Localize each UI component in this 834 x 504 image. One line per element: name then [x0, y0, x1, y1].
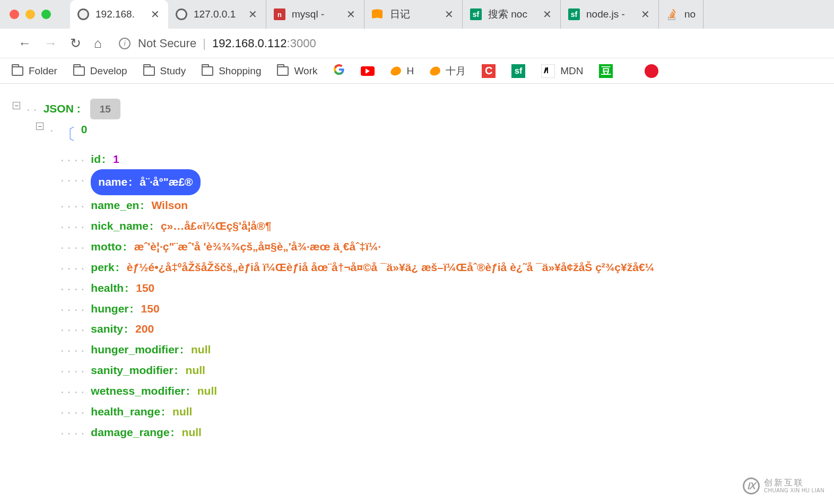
tab-label: 搜索 noc: [488, 7, 538, 21]
json-field-row[interactable]: ....hunger :150: [59, 299, 834, 319]
bookmark-label: H: [406, 65, 414, 77]
folder-icon: [277, 66, 289, 76]
bookmark-item[interactable]: H: [390, 65, 414, 77]
json-field-row[interactable]: ....hunger_modifier :null: [59, 340, 834, 360]
window-minimize-button[interactable]: [25, 10, 35, 19]
json-value: null: [182, 422, 202, 443]
browser-chrome: 192.168.✕127.0.0.1✕nmysql - ✕日记✕sf搜索 noc…: [0, 0, 834, 84]
json-key: id: [91, 149, 101, 170]
blob-icon: [390, 65, 402, 76]
tab-close-button[interactable]: ✕: [150, 8, 161, 21]
bookmark-item[interactable]: sf: [511, 64, 525, 78]
address-bar[interactable]: i Not Secure | 192.168.0.112:3000: [119, 33, 822, 54]
bookmark-item[interactable]: Shopping: [202, 65, 261, 77]
tab-label: no: [684, 8, 696, 20]
json-key: nick_name: [91, 216, 149, 237]
tab-close-button[interactable]: ✕: [444, 8, 455, 21]
selected-field: name :å¨·å°"æ£®: [91, 169, 200, 195]
home-button[interactable]: ⌂: [88, 36, 108, 51]
tab[interactable]: nmysql - ✕: [266, 0, 364, 29]
json-field-row[interactable]: ....id :1: [59, 149, 834, 170]
site-info-icon[interactable]: i: [119, 38, 131, 49]
folder-icon: [73, 66, 85, 76]
json-array-open[interactable]: − . 〔 0: [36, 119, 834, 149]
json-field-row[interactable]: ....wetness_modifier :null: [59, 381, 834, 402]
json-key: name: [98, 172, 127, 193]
json-value: å¨·å°"æ£®: [140, 172, 193, 193]
npm-icon: n: [274, 8, 285, 20]
bookmark-item[interactable]: Folder: [12, 65, 57, 77]
segmentfault-icon: sf: [470, 8, 482, 20]
blob-icon: [429, 65, 441, 76]
bookmark-item[interactable]: MDN: [541, 64, 583, 78]
tab-bar: 192.168.✕127.0.0.1✕nmysql - ✕日记✕sf搜索 noc…: [0, 0, 834, 29]
tab[interactable]: sf搜索 noc✕: [463, 0, 561, 29]
collapse-icon[interactable]: −: [36, 123, 44, 130]
tab[interactable]: sfnode.js -✕: [561, 0, 659, 29]
bookmark-item[interactable]: [361, 66, 375, 76]
bookmark-label: Develop: [90, 65, 127, 77]
bookmark-item[interactable]: [333, 64, 345, 78]
json-key: hunger_modifier: [91, 340, 179, 360]
tab-label: node.js -: [586, 8, 637, 20]
youtube-icon: [361, 66, 375, 76]
folder-icon: [12, 66, 23, 76]
json-field-row[interactable]: ....perk :èƒ½é•¿å‡ºåŽšåŽščš„èƒiå ï¼Œèƒiå…: [59, 257, 834, 278]
tab[interactable]: 192.168.✕: [70, 0, 168, 29]
bookmark-label: Work: [294, 65, 317, 77]
json-field-row[interactable]: ....name :å¨·å°"æ£®: [59, 169, 834, 195]
bookmark-item[interactable]: Study: [143, 65, 186, 77]
json-value: null: [197, 381, 217, 402]
stackoverflow-icon: [666, 8, 678, 20]
json-value: null: [172, 402, 192, 422]
json-field-row[interactable]: ....sanity :200: [59, 319, 834, 340]
json-field-row[interactable]: ....health_range :null: [59, 402, 834, 422]
window-zoom-button[interactable]: [41, 10, 51, 19]
folder-icon: [143, 66, 155, 76]
globe-icon: [77, 8, 89, 20]
json-field-row[interactable]: ....name_en :Wilson: [59, 195, 834, 216]
json-key: name_en: [91, 195, 139, 216]
json-field-row[interactable]: ....sanity_modifier :null: [59, 360, 834, 381]
tab-close-button[interactable]: ✕: [542, 8, 553, 21]
tab[interactable]: 127.0.0.1✕: [168, 0, 266, 29]
forward-button[interactable]: →: [38, 36, 64, 51]
json-field-row[interactable]: ....motto :æˆ'è¦·ç"¨æˆ'å 'è¾¾¾çš„å¤§è„'å…: [59, 237, 834, 257]
json-key: motto: [91, 237, 121, 257]
bookmark-item[interactable]: C: [482, 64, 496, 78]
traffic-lights: [10, 10, 51, 19]
collapse-icon[interactable]: −: [13, 102, 20, 109]
bookmark-label: Shopping: [219, 65, 261, 77]
bookmark-item[interactable]: [645, 64, 658, 78]
tab-close-button[interactable]: ✕: [640, 8, 651, 21]
douban-icon: 豆: [599, 64, 613, 78]
tab[interactable]: 日记✕: [364, 0, 463, 29]
tab-label: 127.0.0.1: [194, 8, 244, 20]
globe-icon: [176, 8, 187, 20]
window-close-button[interactable]: [10, 10, 19, 19]
tab[interactable]: no: [659, 0, 703, 29]
watermark-logo-icon: Ⅸ: [743, 477, 760, 494]
json-key: health: [91, 278, 124, 299]
json-key: sanity: [91, 319, 123, 340]
bookmark-item[interactable]: Develop: [73, 65, 127, 77]
json-field-row[interactable]: ....health :150: [59, 278, 834, 299]
reload-button[interactable]: ↻: [64, 36, 88, 51]
json-field-row[interactable]: ....nick_name :ç»…å£«ï¼Œç§'å¦å®¶: [59, 216, 834, 237]
segmentfault-icon: sf: [568, 8, 580, 20]
back-button[interactable]: ←: [12, 36, 38, 51]
url-host: 192.168.0.112: [212, 37, 287, 50]
tab-close-button[interactable]: ✕: [247, 8, 258, 21]
json-key: wetness_modifier: [91, 381, 185, 402]
json-field-row[interactable]: ....damage_range :null: [59, 422, 834, 443]
bookmark-item[interactable]: Work: [277, 65, 317, 77]
tab-label: 192.168.: [95, 8, 146, 20]
tab-close-button[interactable]: ✕: [345, 8, 357, 21]
json-value: èƒ½é•¿å‡ºåŽšåŽščš„èƒiå ï¼Œèƒiå åœ¨å†¬å¤©…: [127, 257, 654, 278]
watermark: Ⅸ 创新互联 CHUANG XIN HU LIAN: [743, 477, 824, 494]
json-root-row[interactable]: − .. JSON : 15: [13, 99, 834, 119]
bookmark-label: Folder: [29, 65, 57, 77]
bookmark-item[interactable]: 十月: [430, 64, 466, 78]
bookmark-item[interactable]: 豆: [599, 64, 613, 78]
json-value: null: [191, 340, 211, 360]
